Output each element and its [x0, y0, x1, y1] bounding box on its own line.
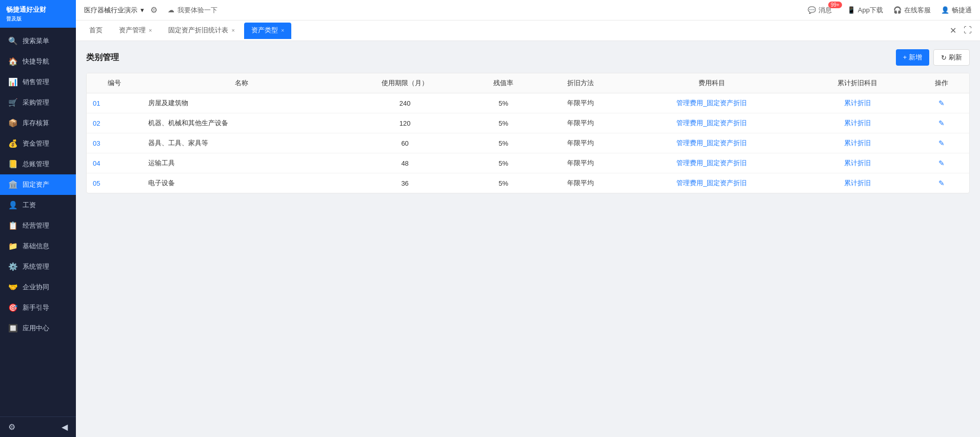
sidebar-item-system[interactable]: ⚙️ 系统管理 — [0, 256, 76, 277]
tabs-controls: ✕ ⛶ — [948, 24, 974, 37]
cell-code-0: 01 — [87, 93, 142, 113]
cloud-icon: ☁ — [168, 6, 174, 14]
category-table: 编号 名称 使用期限（月） 残值率 折旧方法 费用科目 累计折旧科目 操作 01… — [87, 73, 969, 193]
col-operation: 操作 — [914, 73, 969, 93]
collapse-icon[interactable]: ◀ — [62, 422, 68, 432]
tab-asset-type-label: 资产类型 — [251, 26, 278, 35]
sidebar-label-ledger: 总账管理 — [23, 160, 49, 169]
edit-icon-2[interactable]: ✎ — [938, 139, 945, 147]
sidebar-item-basic-info[interactable]: 📁 基础信息 — [0, 236, 76, 256]
app-download-label: App下载 — [858, 6, 883, 15]
sidebar-label-app-center: 应用中心 — [23, 324, 49, 333]
cell-residual-1: 5% — [469, 113, 538, 133]
col-name: 名称 — [142, 73, 342, 93]
refresh-button[interactable]: ↻ 刷新 — [933, 49, 970, 66]
cell-period-2: 60 — [341, 133, 468, 153]
sidebar-item-search-menu[interactable]: 🔍 搜索菜单 — [0, 31, 76, 51]
sidebar-label-sales: 销售管理 — [23, 77, 49, 87]
sidebar-icon-guide: 🎯 — [8, 303, 17, 312]
edit-icon-4[interactable]: ✎ — [938, 179, 945, 187]
app-download-button[interactable]: 📱 App下载 — [847, 6, 883, 15]
tab-expand-icon[interactable]: ⛶ — [962, 24, 974, 37]
cell-name-3: 运输工具 — [142, 153, 342, 173]
user-profile-button[interactable]: 👤 畅捷通 — [941, 6, 972, 15]
cell-operation-3: ✎ — [914, 153, 969, 173]
sidebar-label-finance: 资金管理 — [23, 139, 49, 148]
cell-method-1: 年限平均 — [538, 113, 623, 133]
table-row: 04 运输工具 48 5% 年限平均 管理费用_固定资产折旧 累计折旧 ✎ — [87, 153, 969, 173]
cell-depreciation-1: 累计折旧 — [801, 113, 914, 133]
cell-residual-2: 5% — [469, 133, 538, 153]
app-name: 畅捷通好业财 — [6, 5, 46, 14]
sidebar-item-purchase[interactable]: 🛒 采购管理 — [0, 92, 76, 113]
col-expense: 费用科目 — [623, 73, 801, 93]
tab-asset-type-close[interactable]: × — [281, 27, 284, 33]
sidebar-item-ledger[interactable]: 📒 总账管理 — [0, 154, 76, 174]
tab-close-all-icon[interactable]: ✕ — [948, 24, 958, 37]
sidebar-label-system: 系统管理 — [23, 262, 49, 271]
new-button[interactable]: + 新增 — [896, 49, 929, 66]
messages-button[interactable]: 💬 消息 99+ — [808, 6, 837, 15]
phone-icon: 📱 — [847, 6, 855, 14]
sidebar-item-fixed-assets[interactable]: 🏛️ 固定资产 — [0, 174, 76, 195]
sidebar-label-search-menu: 搜索菜单 — [23, 36, 49, 46]
sidebar-label-payroll: 工资 — [23, 201, 36, 210]
cell-name-2: 器具、工具、家具等 — [142, 133, 342, 153]
sidebar-item-cooperation[interactable]: 🤝 企业协同 — [0, 277, 76, 297]
tab-depreciation-close[interactable]: × — [231, 27, 234, 33]
cell-period-3: 48 — [341, 153, 468, 173]
sidebar-label-guide: 新手引导 — [23, 303, 49, 312]
sidebar-item-sales[interactable]: 📊 销售管理 — [0, 72, 76, 92]
sidebar-item-finance[interactable]: 💰 资金管理 — [0, 133, 76, 154]
sidebar: 畅捷通好业财 普及版 🔍 搜索菜单 🏠 快捷导航 📊 销售管理 🛒 采购管理 📦… — [0, 0, 76, 437]
tab-home-label: 首页 — [89, 26, 103, 35]
cell-name-0: 房屋及建筑物 — [142, 93, 342, 113]
sidebar-item-quick-nav[interactable]: 🏠 快捷导航 — [0, 51, 76, 72]
cell-code-1: 02 — [87, 113, 142, 133]
sidebar-item-operations[interactable]: 📋 经营管理 — [0, 215, 76, 236]
cell-period-4: 36 — [341, 173, 468, 193]
tab-depreciation-label: 固定资产折旧统计表 — [168, 26, 228, 35]
cell-expense-1: 管理费用_固定资产折旧 — [623, 113, 801, 133]
customer-service-button[interactable]: 🎧 在线客服 — [893, 6, 931, 15]
tab-asset-manage-close[interactable]: × — [149, 27, 152, 33]
tab-asset-type[interactable]: 资产类型 × — [244, 23, 291, 39]
sidebar-label-purchase: 采购管理 — [23, 98, 49, 107]
sidebar-label-inventory: 库存核算 — [23, 118, 49, 128]
cell-operation-0: ✎ — [914, 93, 969, 113]
sidebar-item-inventory[interactable]: 📦 库存核算 — [0, 113, 76, 133]
cell-name-1: 机器、机械和其他生产设备 — [142, 113, 342, 133]
sidebar-item-payroll[interactable]: 👤 工资 — [0, 195, 76, 215]
sidebar-item-app-center[interactable]: 🔲 应用中心 — [0, 318, 76, 339]
cell-method-0: 年限平均 — [538, 93, 623, 113]
sidebar-item-guide[interactable]: 🎯 新手引导 — [0, 297, 76, 318]
edit-icon-1[interactable]: ✎ — [938, 119, 945, 127]
sidebar-bottom: ⚙ ◀ — [0, 416, 76, 437]
edit-icon-3[interactable]: ✎ — [938, 159, 945, 167]
table-row: 03 器具、工具、家具等 60 5% 年限平均 管理费用_固定资产折旧 累计折旧… — [87, 133, 969, 153]
edit-icon-0[interactable]: ✎ — [938, 99, 945, 107]
customer-service-label: 在线客服 — [904, 6, 931, 15]
tab-asset-manage-label: 资产管理 — [119, 26, 146, 35]
tab-depreciation[interactable]: 固定资产折旧统计表 × — [161, 23, 242, 39]
tab-asset-manage[interactable]: 资产管理 × — [112, 23, 159, 39]
experience-button[interactable]: ☁ 我要体验一下 — [168, 6, 217, 15]
sidebar-icon-system: ⚙️ — [8, 262, 17, 271]
module-selector[interactable]: 医疗器械行业演示 ▾ — [84, 6, 144, 15]
tab-home[interactable]: 首页 — [82, 23, 110, 39]
sidebar-icon-cooperation: 🤝 — [8, 283, 17, 292]
page-title: 类别管理 — [86, 52, 119, 63]
sidebar-icon-sales: 📊 — [8, 77, 17, 87]
message-badge: 99+ — [828, 2, 842, 8]
cell-expense-4: 管理费用_固定资产折旧 — [623, 173, 801, 193]
cell-code-2: 03 — [87, 133, 142, 153]
module-dropdown-icon: ▾ — [141, 6, 144, 14]
cell-residual-4: 5% — [469, 173, 538, 193]
table-row: 02 机器、机械和其他生产设备 120 5% 年限平均 管理费用_固定资产折旧 … — [87, 113, 969, 133]
settings-icon[interactable]: ⚙ — [8, 422, 15, 432]
refresh-label: 刷新 — [949, 53, 962, 62]
data-table-container: 编号 名称 使用期限（月） 残值率 折旧方法 费用科目 累计折旧科目 操作 01… — [86, 73, 970, 193]
refresh-icon: ↻ — [941, 54, 947, 62]
topbar-gear-icon[interactable]: ⚙ — [150, 5, 157, 15]
tabs-bar: 首页 资产管理 × 固定资产折旧统计表 × 资产类型 × ✕ ⛶ — [76, 21, 980, 41]
